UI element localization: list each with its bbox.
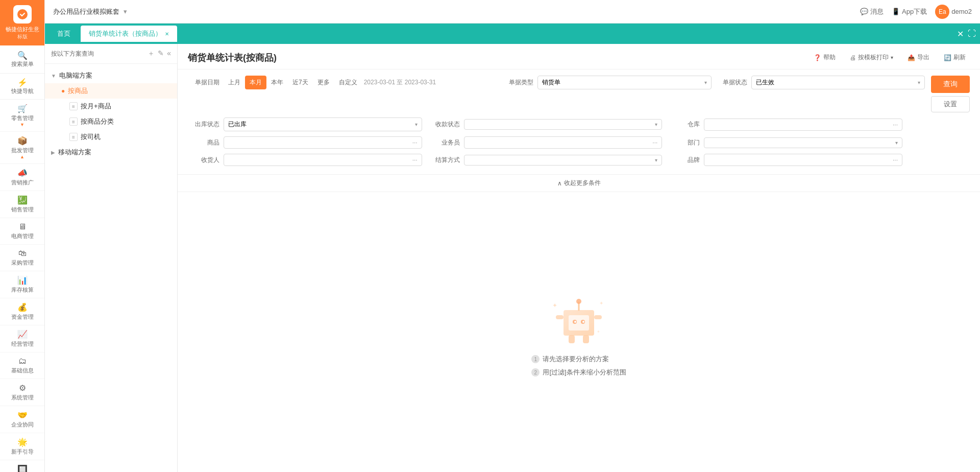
tab-close-btn[interactable]: ✕ <box>165 31 169 37</box>
svg-point-8 <box>576 299 581 304</box>
sidebar-item-guide[interactable]: 🌟 新手引导 <box>0 433 44 460</box>
tree-pc-parent[interactable]: ▼ 电脑端方案 <box>45 68 177 83</box>
date-btn-last-month[interactable]: 上月 <box>224 76 245 89</box>
refresh-btn[interactable]: 🔄 刷新 <box>940 51 970 64</box>
sidebar-item-marketing[interactable]: 📣 营销推广 <box>0 164 44 191</box>
tree-by-product[interactable]: ● 按商品 <box>45 83 177 99</box>
pay-status-select[interactable]: ▾ <box>464 119 663 130</box>
add-scheme-btn[interactable]: ＋ <box>148 49 155 58</box>
tab-home[interactable]: 首页 <box>49 26 79 42</box>
export-btn[interactable]: 📤 导出 <box>903 51 934 64</box>
settlement-dropdown-icon: ▾ <box>655 157 657 163</box>
tip-num-2: 2 <box>531 368 540 376</box>
right-panel: 销货单统计表(按商品) ❓ 帮助 🖨 按模板打印 ▾ 📤 导出 <box>178 44 980 472</box>
sidebar: 畅捷信好生意 标版 🔍 搜索菜单 ⚡ 快捷导航 🛒 零售管理 ▼ 📦 批发管理 … <box>0 0 45 472</box>
purchase-icon: 🛍 <box>18 249 27 258</box>
brand-input[interactable]: ··· <box>704 154 902 166</box>
wholesale-icon: 📦 <box>17 136 28 146</box>
close-all-icon[interactable]: ✕ <box>957 29 964 39</box>
tree-mobile-parent[interactable]: ▶ 移动端方案 <box>45 145 177 160</box>
collapse-bar[interactable]: ∧ 收起更多条件 <box>178 175 980 192</box>
ecommerce-icon: 🖥 <box>18 222 27 231</box>
user-avatar: Ea <box>935 5 949 19</box>
active-dot-icon: ● <box>61 87 65 95</box>
product-input[interactable]: ··· <box>224 136 422 149</box>
sidebar-item-wholesale[interactable]: 📦 批发管理 ▲ <box>0 132 44 164</box>
warehouse-input[interactable]: ··· <box>704 119 902 131</box>
tree-by-month-product[interactable]: ≡ 按月+商品 <box>45 99 177 114</box>
svg-point-0 <box>17 9 28 19</box>
svg-rect-10 <box>594 315 602 319</box>
app-download-btn[interactable]: 📱 App下载 <box>892 7 927 16</box>
operations-icon: 📈 <box>17 329 28 339</box>
pay-status-dropdown-icon: ▾ <box>655 122 657 127</box>
sidebar-item-sales[interactable]: 💹 销售管理 <box>0 191 44 218</box>
sub-icon-1: ≡ <box>69 102 78 110</box>
finance-icon: 💰 <box>17 302 28 312</box>
svg-point-5 <box>574 321 576 323</box>
export-icon: 📤 <box>908 54 915 61</box>
left-panel-actions: ＋ ✎ « <box>148 49 171 58</box>
sidebar-item-basic[interactable]: 🗂 基础信息 <box>0 352 44 379</box>
tree-by-category[interactable]: ≡ 按商品分类 <box>45 114 177 129</box>
salesman-input[interactable]: ··· <box>464 136 663 149</box>
template-print-btn[interactable]: 🖨 按模板打印 ▾ <box>846 51 897 64</box>
tree-by-clerk[interactable]: ≡ 按司机 <box>45 129 177 145</box>
sidebar-item-apps[interactable]: 🔲 应用中心 <box>0 460 44 472</box>
sidebar-item-purchase[interactable]: 🛍 采购管理 <box>0 245 44 271</box>
tab-sales-stats[interactable]: 销货单统计表（按商品） ✕ <box>81 26 177 42</box>
svg-rect-2 <box>569 315 589 331</box>
date-btn-this-year[interactable]: 本年 <box>266 76 288 89</box>
svg-rect-11 <box>569 335 575 343</box>
user-menu[interactable]: Ea demo2 <box>935 5 972 19</box>
date-btn-custom[interactable]: 自定义 <box>334 76 362 89</box>
date-btn-this-month[interactable]: 本月 <box>245 76 266 89</box>
out-status-dropdown-icon: ▾ <box>415 122 418 127</box>
date-range: 2023-03-01 至 2023-03-31 <box>364 78 436 87</box>
doc-status-select[interactable]: 已生效 ▾ <box>751 76 925 89</box>
warehouse-more-icon: ··· <box>893 121 898 128</box>
breadcrumb: 办公用品行业模拟账套 <box>53 7 119 16</box>
salesman-label: 业务员 <box>428 138 464 147</box>
department-select[interactable]: ▾ <box>704 137 902 148</box>
sidebar-item-finance[interactable]: 💰 资金管理 <box>0 298 44 325</box>
date-btn-more[interactable]: 更多 <box>313 76 334 89</box>
tab-bar-actions: ✕ ⛶ <box>957 29 976 39</box>
sidebar-item-inventory[interactable]: 📊 库存核算 <box>0 271 44 298</box>
doc-type-select[interactable]: 销货单 ▾ <box>537 76 711 89</box>
sidebar-item-retail[interactable]: 🛒 零售管理 ▼ <box>0 100 44 132</box>
empty-illustration: ✦ ✦ ✦ <box>548 287 609 348</box>
out-status-select[interactable]: 已出库 ▾ <box>224 117 422 131</box>
quick-nav[interactable]: ⚡ 快捷导航 <box>0 74 44 100</box>
breadcrumb-arrow[interactable]: ▾ <box>124 8 127 15</box>
left-panel-header: 按以下方案查询 ＋ ✎ « <box>45 44 177 64</box>
sidebar-item-ecommerce[interactable]: 🖥 电商管理 <box>0 218 44 245</box>
system-icon: ⚙ <box>19 383 26 393</box>
tab-bar: 首页 销货单统计表（按商品） ✕ ✕ ⛶ <box>45 23 980 44</box>
message-btn[interactable]: 💬 消息 <box>860 7 884 16</box>
expand-icon[interactable]: ⛶ <box>968 29 976 39</box>
date-btn-7days[interactable]: 近7天 <box>288 76 313 89</box>
apps-icon: 🔲 <box>17 464 28 472</box>
settlement-select[interactable]: ▾ <box>464 155 663 166</box>
settings-btn[interactable]: 设置 <box>931 96 970 112</box>
recipient-input[interactable]: ··· <box>224 154 422 166</box>
salesman-more-icon: ··· <box>652 139 657 146</box>
help-btn[interactable]: ❓ 帮助 <box>810 51 840 64</box>
app-subtitle: 标版 <box>17 33 28 40</box>
left-panel: 按以下方案查询 ＋ ✎ « ▼ 电脑端方案 ● 按商品 ≡ <box>45 44 178 472</box>
doc-type-label: 单据类型 <box>502 78 537 87</box>
search-menu[interactable]: 🔍 搜索菜单 <box>0 45 44 74</box>
user-name: demo2 <box>951 8 972 15</box>
left-panel-title: 按以下方案查询 <box>51 50 94 58</box>
sidebar-item-enterprise[interactable]: 🤝 企业协同 <box>0 406 44 433</box>
sidebar-item-operations[interactable]: 📈 经营管理 <box>0 325 44 352</box>
page-actions: ❓ 帮助 🖨 按模板打印 ▾ 📤 导出 🔄 刷新 <box>810 51 970 64</box>
pay-status-label: 收款状态 <box>428 120 464 129</box>
expand-pc-icon: ▼ <box>51 73 56 79</box>
collapse-panel-btn[interactable]: « <box>167 49 171 58</box>
query-btn[interactable]: 查询 <box>931 76 970 93</box>
sidebar-item-system[interactable]: ⚙ 系统管理 <box>0 379 44 406</box>
app-logo[interactable]: 畅捷信好生意 标版 <box>0 0 45 45</box>
edit-scheme-btn[interactable]: ✎ <box>158 49 164 58</box>
